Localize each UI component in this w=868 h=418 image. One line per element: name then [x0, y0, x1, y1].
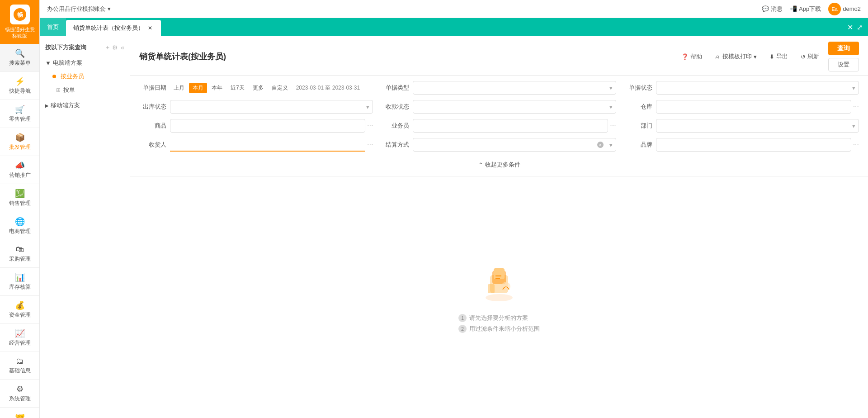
sidebar-item-label-sys-manage: 系统管理 [9, 395, 31, 403]
filter-item-date: 单据日期 上月 本月 本年 近7天 更多 自定义 2023-03-01 至 20… [139, 83, 373, 93]
print-button[interactable]: 🖨 按模板打印 ▾ [711, 51, 760, 62]
sidebar-item-label-retail: 零售管理 [9, 115, 31, 123]
collapse-button[interactable]: ⌃ 收起更多条件 [478, 159, 520, 171]
sidebar-item-inventory[interactable]: 📊 库存核算 [0, 268, 39, 296]
date-tab-7days[interactable]: 近7天 [227, 83, 248, 93]
sidebar-item-label-base-info: 基础信息 [9, 367, 31, 375]
sidebar-item-finance[interactable]: 💰 资金管理 [0, 296, 39, 324]
sidebar-item-label-quick-nav: 快捷导航 [9, 87, 31, 95]
dropdown-arrow-icon: ▾ [108, 5, 111, 12]
sidebar-item-enterprise[interactable]: 🤝 企业协同 [0, 408, 39, 418]
doc-status-select[interactable] [656, 81, 859, 95]
search-icon: 🔍 [15, 48, 25, 58]
dept-select-wrap[interactable] [656, 119, 859, 133]
print-icon: 🖨 [715, 53, 721, 60]
pc-scheme-label[interactable]: ▼ 电脑端方案 [40, 56, 130, 70]
tabbar-close-action[interactable]: ✕ [847, 23, 853, 32]
topbar-title-dropdown[interactable]: 办公用品行业模拟账套 ▾ [47, 5, 111, 13]
salesman-input[interactable] [413, 119, 608, 133]
sidebar-item-marketing[interactable]: 📣 营销推广 [0, 156, 39, 184]
date-tab-last-month[interactable]: 上月 [170, 83, 188, 93]
date-tab-custom[interactable]: 自定义 [268, 83, 292, 93]
date-filter: 上月 本月 本年 近7天 更多 自定义 2023-03-01 至 2023-03… [170, 83, 373, 93]
settlement-clear-icon[interactable]: × [597, 142, 604, 148]
left-panel-settings-icon[interactable]: ⚙ [112, 44, 118, 51]
sidebar-item-wholesale[interactable]: 📦 批发管理 [0, 128, 39, 156]
goods-dots-icon[interactable]: ··· [365, 122, 373, 130]
doc-type-select[interactable] [413, 81, 616, 95]
sidebar-item-sys-manage[interactable]: ⚙ 系统管理 [0, 380, 39, 408]
empty-illustration [476, 261, 522, 307]
dept-label: 部门 [625, 122, 652, 130]
filter-row-4: 收货人 ··· 结算方式 × ▾ [139, 138, 859, 152]
sidebar-item-base-info[interactable]: 🗂 基础信息 [0, 352, 39, 380]
payment-status-select-wrap[interactable] [413, 100, 616, 114]
setting-button[interactable]: 设置 [828, 58, 859, 71]
doc-status-select-wrap[interactable] [656, 81, 859, 95]
left-panel-add-icon[interactable]: + [106, 44, 109, 51]
sidebar-item-ecommerce[interactable]: 🌐 电商管理 [0, 212, 39, 240]
refresh-button[interactable]: ↺ 刷新 [797, 51, 823, 62]
topbar-user[interactable]: Ea demo2 [828, 3, 861, 15]
tab-close-icon[interactable]: ✕ [146, 24, 154, 32]
receiver-dots-icon[interactable]: ··· [365, 141, 373, 149]
salesman-dots-icon[interactable]: ··· [608, 122, 616, 130]
sidebar-logo[interactable]: 畅 畅捷通好生意标账版 [0, 0, 39, 44]
settlement-select[interactable] [413, 138, 616, 152]
date-tab-this-month[interactable]: 本月 [189, 83, 207, 93]
payment-status-select[interactable] [413, 100, 616, 114]
left-panel-header: 按以下方案查询 + ⚙ « [40, 41, 130, 54]
query-button[interactable]: 查询 [828, 42, 859, 55]
scheme-sub-order-icon: ⊞ [56, 87, 61, 93]
filter-item-goods: 商品 ··· [139, 119, 373, 133]
scheme-item-salesman[interactable]: 按业务员 [40, 70, 130, 83]
warehouse-dots-icon[interactable]: ··· [851, 103, 859, 111]
scheme-sub-order[interactable]: ⊞ 按单 [40, 83, 130, 97]
print-dropdown-icon: ▾ [754, 53, 757, 60]
brand-dots-icon[interactable]: ··· [851, 141, 859, 149]
tabbar-actions: ✕ ⤢ [847, 23, 868, 32]
topbar: 办公用品行业模拟账套 ▾ 💬 消息 📲 App下载 Ea demo2 [40, 0, 868, 18]
salesman-label: 业务员 [382, 122, 409, 130]
topbar-message[interactable]: 💬 消息 [762, 5, 783, 13]
brand-input[interactable] [656, 138, 851, 152]
base-info-icon: 🗂 [16, 356, 24, 366]
stock-status-select[interactable] [170, 100, 373, 114]
tab-home[interactable]: 首页 [40, 18, 66, 36]
tip-num-2: 2 [458, 325, 467, 333]
left-panel-collapse-icon[interactable]: « [121, 44, 124, 51]
page-title: 销货单统计表(按业务员) [139, 51, 226, 62]
filter-item-settlement: 结算方式 × ▾ [382, 138, 616, 152]
receiver-input-wrap: ··· [170, 138, 373, 152]
doc-type-select-wrap[interactable] [413, 81, 616, 95]
sidebar-item-search[interactable]: 🔍 搜索菜单 [0, 44, 39, 72]
tab-sales-stat[interactable]: 销货单统计表（按业务员） ✕ [66, 20, 161, 36]
sidebar-item-sales[interactable]: 💹 销售管理 [0, 184, 39, 212]
collapse-label: 收起更多条件 [485, 161, 520, 169]
sidebar-item-quick-nav[interactable]: ⚡ 快捷导航 [0, 72, 39, 100]
topbar-app-download[interactable]: 📲 App下载 [790, 5, 821, 13]
export-label: 导出 [776, 52, 788, 61]
sidebar-item-retail[interactable]: 🛒 零售管理 [0, 100, 39, 128]
print-label: 按模板打印 [722, 52, 752, 61]
svg-text:畅: 畅 [17, 11, 23, 18]
sidebar-item-purchase[interactable]: 🛍 采购管理 [0, 240, 39, 268]
date-tab-this-year[interactable]: 本年 [208, 83, 226, 93]
warehouse-input[interactable] [656, 100, 851, 114]
tabbar-expand-action[interactable]: ⤢ [857, 23, 863, 32]
help-label: 帮助 [690, 52, 702, 61]
stock-status-select-wrap[interactable] [170, 100, 373, 114]
goods-input[interactable] [170, 119, 365, 133]
tip-text-1: 请先选择要分析的方案 [469, 314, 528, 322]
mobile-scheme-section[interactable]: ▶ 移动端方案 [40, 99, 130, 112]
retail-icon: 🛒 [15, 104, 25, 114]
date-tab-more[interactable]: 更多 [249, 83, 267, 93]
doc-type-label: 单据类型 [382, 84, 409, 92]
sidebar-item-operation[interactable]: 📈 经营管理 [0, 324, 39, 352]
export-button[interactable]: ⬇ 导出 [766, 51, 792, 62]
page-header-actions: ❓ 帮助 🖨 按模板打印 ▾ ⬇ 导出 ↺ 刷新 [678, 42, 859, 71]
help-button[interactable]: ❓ 帮助 [678, 51, 706, 62]
marketing-icon: 📣 [15, 161, 25, 171]
dept-select[interactable] [656, 119, 859, 133]
receiver-input[interactable] [170, 138, 365, 152]
